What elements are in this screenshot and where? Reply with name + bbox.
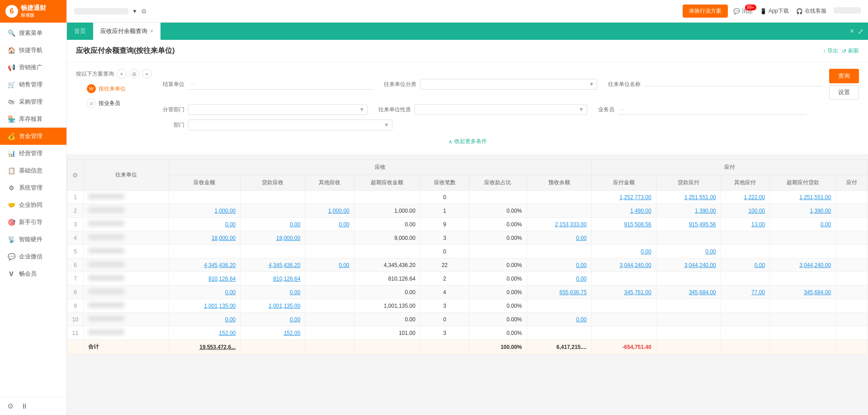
- cell-link[interactable]: 18,000.00: [276, 235, 300, 241]
- scheme-back-icon[interactable]: «: [142, 69, 152, 79]
- cell-link[interactable]: 4,345,436.20: [204, 262, 236, 268]
- sidebar-item-search[interactable]: 🔍 搜索菜单: [0, 24, 66, 42]
- scheme-by-staff[interactable]: ⊙ 按业务员: [83, 97, 152, 110]
- cell-link[interactable]: 1,001,135.00: [269, 303, 300, 309]
- settings-bottom-icon[interactable]: ⚙: [7, 402, 14, 410]
- sidebar-item-operations[interactable]: 📊 经营管理: [0, 145, 66, 162]
- laiwei-classify-select[interactable]: ▼: [420, 79, 598, 90]
- cell-link[interactable]: 77.00: [751, 289, 765, 296]
- table-settings-icon[interactable]: ⚙: [72, 172, 78, 179]
- cell-link[interactable]: 18,000.00: [212, 235, 236, 241]
- username-blur: [834, 7, 861, 14]
- sidebar-item-guide[interactable]: 🎯 新手引导: [0, 214, 66, 231]
- cell-recv-ratio: [469, 191, 527, 204]
- cell-link[interactable]: 1,222.00: [744, 194, 765, 200]
- sidebar-item-quicknav[interactable]: 🏠 快捷导航: [0, 42, 66, 59]
- cell-link[interactable]: 1,000.00: [215, 208, 236, 214]
- cell-link[interactable]: 1,000.00: [328, 208, 349, 214]
- cell-link[interactable]: 0.00: [576, 235, 586, 241]
- scheme-edit-icon[interactable]: ◎: [129, 69, 139, 79]
- cell-link[interactable]: 3,044,240.00: [684, 262, 716, 268]
- cell-link[interactable]: 0.00: [225, 289, 236, 296]
- sidebar-item-smarthw[interactable]: 📡 智能硬件: [0, 231, 66, 248]
- cell-link[interactable]: 1,251,551.00: [799, 194, 831, 200]
- cell-link[interactable]: 0.00: [576, 262, 586, 268]
- cell-link[interactable]: 0.00: [290, 316, 300, 323]
- cell-link[interactable]: 810,126.64: [273, 276, 300, 282]
- business-staff-input[interactable]: ···: [618, 105, 807, 115]
- cell-link[interactable]: 13.00: [751, 221, 765, 228]
- cell-link[interactable]: 0.00: [821, 221, 831, 228]
- cell-link[interactable]: 3,044,240.00: [620, 262, 651, 268]
- refresh-button[interactable]: ↺ 刷新: [842, 47, 859, 55]
- query-button[interactable]: 查询: [829, 69, 859, 83]
- message-badge[interactable]: 💬 消息 99+: [733, 7, 753, 15]
- sidebar-item-finance[interactable]: 💰 资金管理: [0, 128, 66, 145]
- cell-link[interactable]: 0.00: [225, 316, 236, 323]
- sidebar-item-baseinfo[interactable]: 📋 基础信息: [0, 162, 66, 179]
- cell-other-recv: [305, 231, 354, 245]
- cell-link[interactable]: 0.00: [290, 289, 300, 296]
- cell-link[interactable]: 1,490.00: [630, 208, 651, 214]
- tab-home[interactable]: 首页: [67, 23, 93, 40]
- cell-link[interactable]: 810,126.64: [208, 276, 236, 282]
- sidebar-item-vip[interactable]: V 畅会员: [0, 265, 66, 282]
- setting-button[interactable]: 设置: [829, 85, 859, 100]
- cell-link[interactable]: 345,684.00: [689, 289, 716, 296]
- sidebar-item-sales[interactable]: 🛒 销售管理: [0, 76, 66, 93]
- cell-link[interactable]: 345,684.00: [804, 289, 831, 296]
- dropdown-icon[interactable]: ▼: [132, 8, 137, 14]
- app-download[interactable]: 📱 App下载: [760, 7, 789, 15]
- user-avatar[interactable]: [834, 7, 861, 15]
- export-button[interactable]: ↑ 导出: [823, 47, 838, 55]
- cell-link[interactable]: 1,390.00: [810, 208, 831, 214]
- cell-link[interactable]: 152.00: [284, 330, 301, 336]
- cell-link[interactable]: 0.00: [755, 262, 765, 268]
- promo-button[interactable]: 体验行业方案: [683, 5, 728, 18]
- tab-current[interactable]: 应收应付余额查询 ×: [93, 23, 160, 40]
- tab-close-icon[interactable]: ×: [150, 28, 153, 34]
- online-service[interactable]: 🎧 在线客服: [796, 7, 826, 15]
- collapse-button[interactable]: ∧ 收起更多条件: [448, 135, 487, 148]
- cell-link[interactable]: 915,495.56: [689, 221, 716, 228]
- cell-link[interactable]: 3,044,240.00: [799, 262, 831, 268]
- sidebar-item-purchase[interactable]: 🛍 采购管理: [0, 93, 66, 110]
- gear-icon[interactable]: ⚙: [141, 8, 147, 15]
- cell-link[interactable]: 345,761.00: [624, 289, 651, 296]
- cell-link[interactable]: 915,508.56: [624, 221, 651, 228]
- expand-window-icon[interactable]: ⤢: [858, 27, 863, 36]
- cell-link[interactable]: 0.00: [225, 221, 236, 228]
- close-window-icon[interactable]: ×: [850, 27, 854, 35]
- sidebar-item-system[interactable]: ⚙ 系统管理: [0, 179, 66, 196]
- sidebar-item-enterprise[interactable]: 🤝 企业协同: [0, 196, 66, 214]
- cell-link[interactable]: 1,252,773.00: [620, 194, 651, 200]
- cell-link[interactable]: 1,251,551.00: [684, 194, 716, 200]
- cell-link[interactable]: 0.00: [576, 276, 586, 282]
- scheme-by-partner[interactable]: W 按往来单位: [83, 82, 152, 95]
- cell-link[interactable]: 1,001,135.00: [204, 303, 236, 309]
- cell-link[interactable]: 0.00: [641, 248, 651, 255]
- laiwei-nature-select[interactable]: ▼: [415, 104, 587, 115]
- cell-link[interactable]: 100.00: [748, 208, 765, 214]
- collapse-sidebar-icon[interactable]: ⏸: [21, 402, 28, 410]
- cell-link[interactable]: 0.00: [339, 221, 349, 228]
- cell-link[interactable]: 2,153,333.00: [555, 221, 587, 228]
- cell-link[interactable]: 0.00: [705, 248, 716, 255]
- scheme-add-icon[interactable]: +: [117, 69, 127, 79]
- cell-link[interactable]: 0.00: [576, 316, 586, 323]
- cell-recv-ratio: [469, 245, 527, 258]
- cell-link[interactable]: 152.00: [219, 330, 236, 336]
- cell-link[interactable]: 655,636.75: [560, 289, 587, 296]
- laiwei-name-input[interactable]: [644, 82, 822, 86]
- sidebar-item-marketing[interactable]: 📢 营销推广: [0, 59, 66, 76]
- sidebar-item-inventory[interactable]: 🏪 库存核算: [0, 110, 66, 128]
- cell-link[interactable]: 0.00: [339, 262, 349, 268]
- fenguan-select[interactable]: ▼: [188, 104, 368, 115]
- cell-link[interactable]: 1,390.00: [695, 208, 716, 214]
- jiesuan-input[interactable]: ···: [188, 79, 373, 90]
- cell-link[interactable]: 0.00: [290, 221, 300, 228]
- dept-select[interactable]: ▼: [188, 119, 392, 130]
- sidebar-item-wechat[interactable]: 💬 企业微信: [0, 248, 66, 265]
- cell-link[interactable]: 4,345,436.20: [269, 262, 300, 268]
- cell-no: 7: [67, 272, 84, 286]
